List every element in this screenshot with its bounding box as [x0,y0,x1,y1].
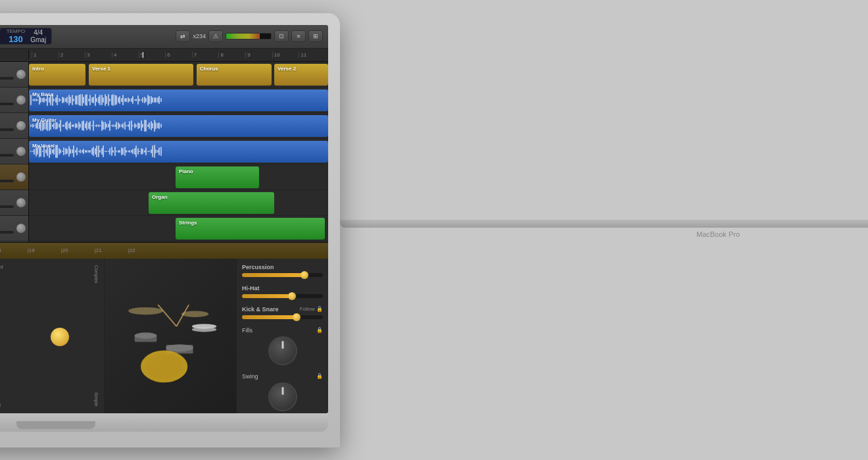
tracks-header-left: + ⋯ ▼ [0,50,29,59]
laptop-outer: ⊡ ? ⚙ ✂ ⏮ ⏭ ⏹ ▶ ⏺ ↺ BAR 5 BEAT [0,13,340,447]
svg-point-0 [128,307,163,315]
hihat-section: Hi-Hat [242,285,323,298]
timeline[interactable]: Intro Verse 1 Chorus Verse 2 [29,62,328,242]
track-header-strings[interactable]: String Section M S [0,216,28,242]
region-label-chorus: Chorus [200,66,218,72]
ruler-19: |19 [28,247,35,253]
region-vocal[interactable]: My Vocal [29,141,328,163]
kick-snare-section: Kick & Snare Follow 🔒 [242,306,323,319]
swing-knob[interactable] [268,382,297,411]
mixer-btn[interactable]: ≡ [291,30,306,42]
track-controls-vocal: My Vocal M S [0,144,14,159]
svg-point-7 [146,354,183,379]
region-organ[interactable]: Organ [149,192,274,214]
track-header-guitar[interactable]: My Guitar M S [0,113,28,139]
percussion-slider[interactable] [242,273,323,277]
track-header-organ[interactable]: Classic Rock Organ M S [0,190,28,216]
hihat-label: Hi-Hat [242,285,323,292]
track-volume-organ[interactable] [0,205,14,208]
main-content: Library Influenced by modern rock, but c… [0,49,328,413]
warning-btn[interactable]: ⚠ [208,30,223,42]
toolbar: ⊡ ? ⚙ ✂ ⏮ ⏭ ⏹ ▶ ⏺ ↺ BAR 5 BEAT [0,25,328,49]
region-label-organ: Organ [152,194,168,200]
track-btns-piano: M S [0,178,14,184]
svg-point-3 [192,324,217,329]
track-header-piano[interactable]: Grand Piano M S [0,165,28,190]
time-sig-display: 4/4 [34,29,43,36]
follow-label: Follow 🔒 [300,306,323,312]
track-controls-guitar: My Guitar M S [0,118,14,133]
ruler-mark-6: 6 [165,52,192,58]
hihat-thumb[interactable] [288,292,296,300]
track-pan-organ[interactable] [16,198,26,207]
track-header-vocal[interactable]: My Vocal M S [0,139,28,165]
track-volume-guitar[interactable] [0,128,14,131]
region-chorus[interactable]: Chorus [197,64,272,86]
track-name-piano: Grand Piano [0,170,14,176]
track-volume-strings[interactable] [0,231,14,234]
track-name-modern-stack: Modern Stack [0,93,14,99]
track-pan-guitar[interactable] [16,121,26,130]
ruler-mark-2: 2 [59,52,85,58]
track-pan-strings[interactable] [16,224,26,233]
percussion-thumb[interactable] [301,271,308,279]
laptop-base [340,220,868,228]
timeline-row-drum: Intro Verse 1 Chorus Verse 2 [29,62,328,88]
tracks-body: SoCal (Kyle) M S [0,62,328,242]
beats-editor: Beats Presets Crash the Party Echo Park … [0,259,328,413]
laptop-bottom [0,413,328,432]
track-controls-modern-stack: Modern Stack M S [0,93,14,107]
track-name-strings: String Section [0,221,14,228]
track-name-vocal: My Vocal [0,144,14,151]
tracks-area: + ⋯ ▼ 1 2 3 4 5 6 7 [0,49,328,243]
loudness-dot[interactable] [51,328,69,346]
region-verse1[interactable]: Verse 1 [89,64,193,86]
track-volume-socal[interactable] [0,77,14,80]
region-piano[interactable]: Piano [176,166,259,188]
transport-display: BAR 5 BEAT 1 TEMPO 130 4/4 Gmaj [0,28,52,45]
svg-point-1 [181,311,208,317]
level-meter [226,33,272,39]
track-header-socal[interactable]: SoCal (Kyle) M S [0,62,28,88]
record-settings-btn[interactable]: ⊡ [274,30,289,42]
kick-snare-thumb[interactable] [293,313,301,321]
tempo-display: 130 [9,34,23,44]
kick-snare-label: Kick & Snare [242,306,279,313]
region-label-piano: Piano [179,168,193,174]
track-header-modern-stack[interactable]: Modern Stack M S [0,88,28,113]
track-pan-piano[interactable] [16,172,26,182]
fills-lock-icon: 🔒 [316,327,323,333]
track-pan-socal[interactable] [16,70,26,79]
track-pan-vocal[interactable] [16,147,26,156]
region-intro[interactable]: Intro [29,64,85,86]
track-volume-vocal[interactable] [0,154,14,157]
region-guitar[interactable]: My Guitar [29,115,328,137]
region-label-strings: Strings [179,220,197,226]
zoom-label: x234 [193,33,206,39]
percussion-section: Percussion [242,264,323,277]
browser-btn[interactable]: ⊞ [308,30,323,42]
laptop-base-section: MacBook Pro [340,220,868,241]
hihat-slider[interactable] [242,294,323,298]
timeline-row-bass: My Bass [29,88,328,113]
region-strings[interactable]: Strings [176,218,326,240]
track-name-organ: Classic Rock Organ [0,195,14,202]
toolbar-right: ⇄ x234 ⚠ ⊡ ≡ ⊞ [176,30,323,42]
ruler-22: |22 [128,247,135,253]
screen: ⊡ ? ⚙ ✂ ⏮ ⏭ ⏹ ▶ ⏺ ↺ BAR 5 BEAT [0,25,328,413]
fills-knob[interactable] [268,336,297,365]
loop-btn[interactable]: ⇄ [176,30,190,42]
track-volume-modern-stack[interactable] [0,103,14,105]
macbook-label: MacBook Pro [340,228,868,241]
track-pan-modern-stack[interactable] [16,95,26,105]
track-btns-socal: M S [0,75,14,82]
track-volume-piano[interactable] [0,180,14,182]
bottom-section: ▦ ⚙ Chorus |17 |18 |19 |20 |21 |22 [0,243,328,413]
region-bass[interactable]: My Bass [29,89,328,111]
kick-snare-slider[interactable] [242,315,323,319]
region-verse2[interactable]: Verse 2 [274,64,328,86]
ruler-18: |18 [0,247,1,253]
track-headers: SoCal (Kyle) M S [0,62,29,242]
waveform-guitar [29,115,328,137]
ruler-21: |21 [95,247,102,253]
